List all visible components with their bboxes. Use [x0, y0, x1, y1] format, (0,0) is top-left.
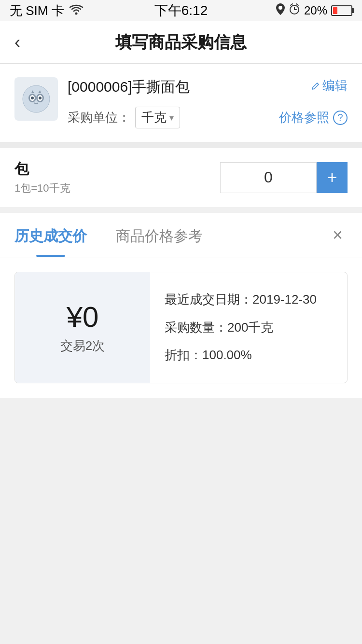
product-header: [0000006]手撕面包 编辑 — [68, 77, 348, 97]
price-detail-discount: 折扣：100.00% — [165, 345, 333, 365]
currency-symbol: ¥ — [67, 301, 83, 333]
unit-select[interactable]: 千克 ▾ — [135, 107, 180, 128]
status-bar: 无 SIM 卡 下午6:12 — [0, 0, 362, 21]
unit-label: 采购单位： — [68, 109, 130, 126]
status-time: 下午6:12 — [154, 1, 208, 20]
svg-point-11 — [39, 97, 42, 99]
tab-product-price-ref-label: 商品价格参考 — [116, 228, 203, 244]
location-icon — [276, 3, 285, 18]
quantity-unit-label: 包 — [14, 159, 70, 179]
product-card: [0000006]手撕面包 编辑 采购单位： 千克 ▾ 价格参照 ? — [0, 64, 362, 142]
price-card: ¥0 交易2次 最近成交日期：2019-12-30 采购数量：200千克 折扣：… — [14, 272, 348, 383]
carrier-label: 无 SIM 卡 — [10, 2, 64, 19]
tab-product-price-ref[interactable]: 商品价格参考 — [116, 213, 203, 257]
product-details: [0000006]手撕面包 编辑 采购单位： 千克 ▾ 价格参照 ? — [68, 77, 348, 128]
price-trades: 交易2次 — [60, 337, 105, 354]
date-label: 最近成交日期： — [165, 292, 252, 307]
quantity-detail-value: 200千克 — [227, 320, 273, 335]
quantity-conversion-label: 1包=10千克 — [14, 181, 70, 196]
quantity-row: 包 1包=10千克 + — [0, 148, 362, 207]
back-button[interactable]: ‹ — [14, 32, 20, 53]
close-button[interactable]: × — [328, 220, 348, 250]
price-ref-help-icon: ? — [333, 111, 348, 125]
tabs-row: 历史成交价 商品价格参考 × — [0, 213, 362, 257]
section-divider — [0, 142, 362, 148]
price-detail-quantity: 采购数量：200千克 — [165, 318, 333, 338]
product-name: [0000006]手撕面包 — [68, 77, 190, 97]
quantity-label-group: 包 1包=10千克 — [14, 159, 70, 196]
price-detail-date: 最近成交日期：2019-12-30 — [165, 290, 333, 310]
tab-history-price-label: 历史成交价 — [14, 228, 87, 244]
price-value: 0 — [83, 301, 98, 333]
quantity-plus-button[interactable]: + — [317, 162, 348, 193]
bottom-panel: 历史成交价 商品价格参考 × ¥0 交易2次 最近成交日期：2019-12-30… — [0, 213, 362, 398]
quantity-input-group: + — [220, 162, 348, 193]
history-content: ¥0 交易2次 最近成交日期：2019-12-30 采购数量：200千克 折扣：… — [0, 257, 362, 398]
quantity-input[interactable] — [220, 162, 317, 193]
discount-label: 折扣： — [165, 348, 202, 362]
page-title: 填写商品采购信息 — [115, 31, 247, 54]
alarm-icon — [289, 3, 300, 18]
tabs-group: 历史成交价 商品价格参考 — [14, 213, 203, 257]
unit-value: 千克 — [141, 109, 167, 126]
product-unit-row: 采购单位： 千克 ▾ 价格参照 ? — [68, 107, 348, 128]
product-image — [14, 77, 58, 121]
tab-history-price[interactable]: 历史成交价 — [14, 213, 87, 257]
quantity-detail-label: 采购数量： — [165, 320, 227, 335]
price-ref-label: 价格参照 — [279, 109, 329, 126]
svg-point-1 — [278, 6, 282, 10]
svg-point-0 — [75, 12, 77, 14]
nav-bar: ‹ 填写商品采购信息 — [0, 21, 362, 64]
unit-arrow-icon: ▾ — [169, 112, 174, 123]
edit-label: 编辑 — [322, 77, 348, 94]
edit-button[interactable]: 编辑 — [311, 77, 348, 94]
price-card-left: ¥0 交易2次 — [15, 272, 150, 383]
price-card-right: 最近成交日期：2019-12-30 采购数量：200千克 折扣：100.00% — [150, 272, 347, 383]
price-amount: ¥0 — [67, 300, 99, 334]
status-left: 无 SIM 卡 — [10, 2, 84, 19]
date-value: 2019-12-30 — [252, 292, 317, 307]
svg-point-10 — [31, 97, 34, 99]
svg-point-5 — [23, 85, 50, 112]
wifi-icon — [69, 3, 84, 18]
price-ref-button[interactable]: 价格参照 ? — [279, 109, 348, 126]
battery-percent: 20% — [304, 4, 327, 17]
discount-value: 100.00% — [202, 348, 252, 362]
status-right: 20% — [276, 3, 352, 18]
battery-icon — [331, 5, 352, 16]
